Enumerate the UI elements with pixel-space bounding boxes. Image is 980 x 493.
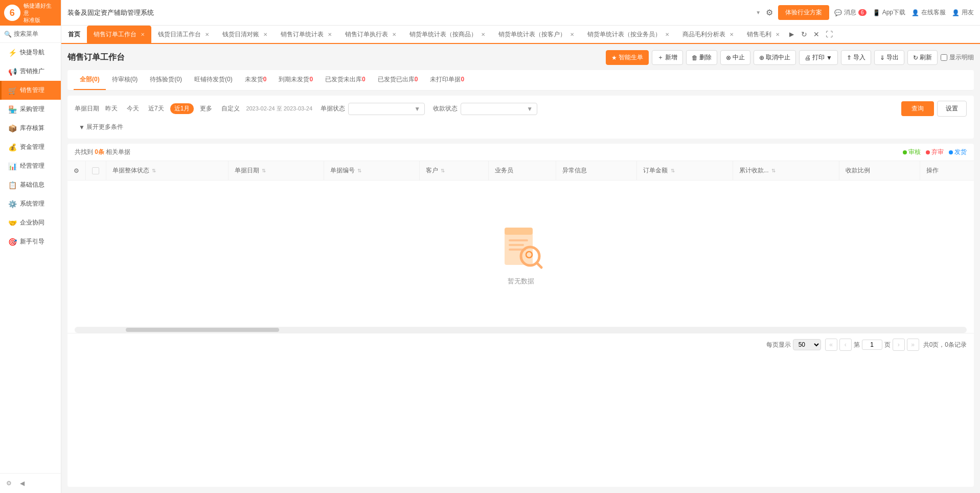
- filter-tab-overdue[interactable]: 到期未发货0: [272, 70, 319, 90]
- sidebar-item-enterprise[interactable]: 🤝 企业协同: [0, 213, 61, 232]
- show-detail-checkbox[interactable]: [941, 54, 947, 61]
- delete-btn[interactable]: 🗑 删除: [686, 50, 717, 65]
- tab-close-cash-reconcile[interactable]: ✕: [263, 32, 267, 37]
- preset-1month[interactable]: 近1月: [170, 103, 194, 114]
- tab-close-staff-stats[interactable]: ✕: [665, 32, 669, 37]
- tab-gross-profit[interactable]: 商品毛利分析表 ✕: [676, 26, 740, 43]
- sidebar-settings-btn[interactable]: ⚙: [4, 478, 14, 489]
- sidebar-item-base-info[interactable]: 📋 基础信息: [0, 175, 61, 194]
- cancel-stop-btn[interactable]: ⊕ 取消中止: [754, 50, 796, 65]
- sidebar-item-purchase[interactable]: 🏪 采购管理: [0, 100, 61, 119]
- tab-sale-customer-stats[interactable]: 销货单统计表（按客户） ✕: [492, 26, 581, 43]
- approve-btn[interactable]: 审核: [903, 148, 921, 156]
- show-detail-checkbox-group[interactable]: 显示明细: [941, 53, 974, 62]
- sidebar-item-quick-nav[interactable]: ⚡ 快捷导航: [0, 43, 61, 62]
- col-date[interactable]: 单据日期 ⇅: [229, 161, 324, 181]
- page-input[interactable]: [862, 340, 882, 350]
- print-btn[interactable]: 🖨 打印 ▼: [799, 50, 838, 65]
- export-btn[interactable]: ⇓ 导出: [874, 50, 904, 65]
- tab-maximize-btn[interactable]: ⛶: [824, 29, 835, 39]
- tab-close-current-btn[interactable]: ✕: [811, 29, 822, 39]
- add-btn[interactable]: ＋ 新增: [652, 50, 683, 65]
- preset-7days[interactable]: 近7天: [145, 103, 167, 114]
- preset-custom[interactable]: 自定义: [218, 103, 243, 114]
- tab-close-customer-stats[interactable]: ✕: [570, 32, 574, 37]
- trial-btn[interactable]: 体验行业方案: [778, 5, 829, 20]
- tab-more-btn[interactable]: ▶: [786, 26, 797, 43]
- last-page-btn[interactable]: »: [907, 339, 919, 351]
- filter-tab-shipped-not-out[interactable]: 已发货未出库0: [319, 70, 372, 90]
- tab-close-gross-profit[interactable]: ✕: [730, 32, 734, 37]
- smart-create-btn[interactable]: ★ 智能生单: [606, 50, 649, 65]
- tab-sale-product-stats[interactable]: 销货单统计表（按商品） ✕: [403, 26, 492, 43]
- next-page-btn[interactable]: ›: [893, 339, 905, 351]
- app-download-btn[interactable]: 📱 App下载: [873, 8, 905, 17]
- prev-page-btn[interactable]: ‹: [839, 339, 852, 351]
- topbar-settings-icon[interactable]: ⚙: [766, 8, 773, 17]
- page-size-select[interactable]: 50 100: [793, 339, 821, 350]
- col-settings[interactable]: ⚙: [67, 161, 86, 181]
- col-checkbox[interactable]: [86, 161, 106, 181]
- filter-tab-not-printed[interactable]: 未打印单据0: [424, 70, 470, 90]
- filter-tab-pending-review[interactable]: 待审核(0): [106, 70, 144, 90]
- import-btn[interactable]: ⇑ 导入: [841, 50, 871, 65]
- tab-sales-workbench[interactable]: 销售订单工作台 ✕: [87, 26, 151, 43]
- first-page-btn[interactable]: «: [825, 339, 837, 351]
- user-btn[interactable]: 👤 用友: [952, 8, 974, 17]
- tab-sale-staff-stats[interactable]: 销货单统计表（按业务员） ✕: [581, 26, 676, 43]
- sidebar-item-operation[interactable]: 📊 经营管理: [0, 156, 61, 175]
- online-service-btn[interactable]: 👤 在线客服: [911, 8, 946, 17]
- sidebar-item-sales[interactable]: 🛒 销售管理: [0, 81, 61, 100]
- query-btn[interactable]: 查询: [901, 101, 934, 116]
- sidebar-collapse-btn[interactable]: ◀: [18, 478, 27, 489]
- preset-today[interactable]: 今天: [124, 103, 142, 114]
- sidebar-item-system[interactable]: ⚙️ 系统管理: [0, 194, 61, 213]
- expand-filter-btn[interactable]: ▼ 展开更多条件: [75, 121, 967, 133]
- sidebar-item-finance[interactable]: 💰 资金管理: [0, 138, 61, 156]
- tab-sales-gross[interactable]: 销售毛利 ✕: [740, 26, 786, 43]
- tab-home[interactable]: 首页: [61, 26, 87, 43]
- reject-btn[interactable]: 弃审: [926, 148, 944, 156]
- tab-close-product-stats[interactable]: ✕: [481, 32, 485, 37]
- stop-btn[interactable]: ⊗ 中止: [720, 50, 750, 65]
- tab-sales-exec[interactable]: 销售订单执行表 ✕: [338, 26, 403, 43]
- col-customer[interactable]: 客户 ⇅: [420, 161, 489, 181]
- tab-refresh-btn[interactable]: ↻: [799, 29, 809, 39]
- tab-close-sales-workbench[interactable]: ✕: [141, 32, 145, 37]
- sidebar-item-marketing[interactable]: 📢 营销推广: [0, 62, 61, 81]
- tab-cash-reconcile[interactable]: 钱货日清对账 ✕: [216, 26, 274, 43]
- status-select[interactable]: ▼: [348, 103, 425, 115]
- payment-select[interactable]: ▼: [461, 103, 537, 115]
- tab-close-sales-exec[interactable]: ✕: [392, 32, 396, 37]
- preset-more[interactable]: 更多: [197, 103, 215, 114]
- tab-close-cash-daily[interactable]: ✕: [205, 32, 209, 37]
- scrollbar-thumb[interactable]: [126, 328, 279, 332]
- tab-close-sales-gross[interactable]: ✕: [776, 32, 780, 37]
- message-btn[interactable]: 💬 消息 6: [834, 8, 867, 17]
- preset-yesterday[interactable]: 昨天: [102, 103, 121, 114]
- tab-close-sales-stats[interactable]: ✕: [328, 32, 332, 37]
- scrollbar-area[interactable]: [75, 327, 967, 333]
- col-staff[interactable]: 业务员: [489, 161, 556, 181]
- col-collected[interactable]: 累计收款... ⇅: [733, 161, 839, 181]
- col-status[interactable]: 单据整体状态 ⇅: [106, 161, 229, 181]
- sidebar-item-inventory[interactable]: 📦 库存核算: [0, 119, 61, 138]
- col-exception[interactable]: 异常信息: [556, 161, 637, 181]
- col-ratio[interactable]: 收款比例: [839, 161, 920, 181]
- col-number[interactable]: 单据编号 ⇅: [324, 161, 420, 181]
- filter-tab-wangpu[interactable]: 旺铺待发货(0): [188, 70, 239, 90]
- topbar-chevron-icon[interactable]: ▼: [756, 10, 761, 15]
- sidebar-search[interactable]: 🔍 搜索菜单: [0, 26, 61, 43]
- filter-tab-shipped-out[interactable]: 已发货已出库0: [372, 70, 424, 90]
- ship-btn[interactable]: 发货: [949, 148, 967, 156]
- sidebar-item-guide[interactable]: 🎯 新手引导: [0, 232, 61, 251]
- filter-tab-not-shipped[interactable]: 未发货0: [239, 70, 273, 90]
- filter-tab-all[interactable]: 全部(0): [74, 70, 106, 90]
- tab-cash-daily[interactable]: 钱货日清工作台 ✕: [151, 26, 216, 43]
- select-all-checkbox[interactable]: [92, 167, 99, 174]
- col-amount[interactable]: 订单金额 ⇅: [637, 161, 733, 181]
- refresh-btn[interactable]: ↻ 刷新: [907, 50, 938, 65]
- tab-sales-stats[interactable]: 销售订单统计表 ✕: [274, 26, 338, 43]
- filter-tab-pending-inspect[interactable]: 待拣验货(0): [144, 70, 188, 90]
- filter-settings-btn[interactable]: 设置: [937, 101, 967, 117]
